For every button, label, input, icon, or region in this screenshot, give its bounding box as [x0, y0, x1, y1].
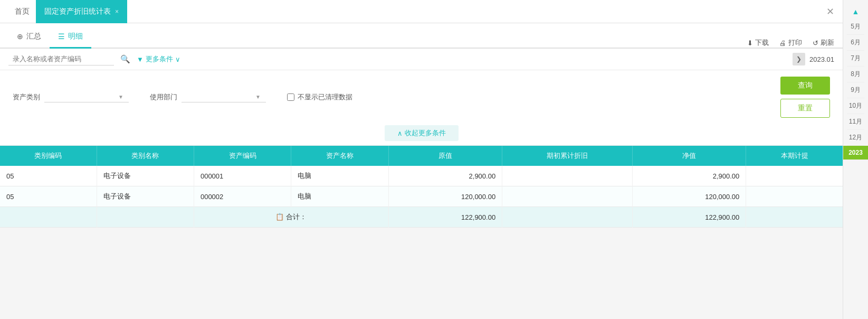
- total-net-value: 122,900.00: [632, 207, 746, 228]
- cell-original-value: 120,000.00: [388, 186, 502, 207]
- total-row: 📋合计： 122,900.00 122,900.00: [0, 207, 843, 228]
- date-label: 2023.01: [809, 55, 834, 63]
- refresh-button[interactable]: ↺ 刷新: [813, 38, 834, 48]
- reset-button[interactable]: 重置: [780, 99, 830, 118]
- hide-cleared-checkbox[interactable]: [287, 93, 294, 101]
- cell-accumulated-dep: [502, 186, 633, 207]
- chevron-down-icon: ∨: [175, 55, 180, 63]
- collapse-row: ∧ 收起更多条件: [13, 122, 830, 141]
- cell-category-code: 05: [0, 166, 97, 186]
- col-asset-code: 资产编码: [194, 146, 291, 166]
- action-buttons: 查询 重置: [780, 77, 830, 118]
- asset-type-field: 资产类别 ▼: [13, 92, 129, 102]
- asset-type-input[interactable]: [44, 92, 118, 102]
- data-table-wrap: 类别编码 类别名称 资产编码 资产名称 原值 期初累计折旧 净值 本期计提 05…: [0, 146, 843, 228]
- tab-title: 固定资产折旧统计表: [44, 7, 111, 16]
- refresh-label: 刷新: [821, 38, 834, 48]
- collapse-label: 收起更多条件: [405, 128, 446, 138]
- window-close-button[interactable]: ✕: [826, 6, 834, 17]
- dept-label: 使用部门: [150, 92, 177, 102]
- date-nav-prev[interactable]: ❯: [793, 53, 805, 65]
- download-icon: ⬇: [747, 39, 753, 47]
- hide-cleared-wrap: 不显示已清理数据: [287, 92, 352, 102]
- summary-label: 汇总: [26, 32, 41, 41]
- tab-detail[interactable]: ☰ 明细: [50, 25, 91, 49]
- year-label[interactable]: 2023: [843, 146, 868, 160]
- data-table: 类别编码 类别名称 资产编码 资产名称 原值 期初累计折旧 净值 本期计提 05…: [0, 146, 843, 228]
- search-input[interactable]: [8, 53, 114, 65]
- refresh-icon: ↺: [813, 39, 818, 47]
- print-label: 打印: [788, 38, 802, 48]
- search-row: 🔍 ▼ 更多条件 ∨ ❯ 2023.01: [0, 49, 843, 70]
- dept-field: 使用部门 ▼: [150, 92, 266, 102]
- table-row: 05 电子设备 000002 电脑 120,000.00 120,000.00: [0, 186, 843, 207]
- total-original-value: 122,900.00: [388, 207, 502, 228]
- month-item[interactable]: 9月: [847, 82, 864, 98]
- sub-tab-bar: ⊕ 汇总 ☰ 明细 ⬇ 下载 🖨 打印 ↺ 刷新: [0, 23, 843, 49]
- filter-label: 更多条件: [146, 54, 173, 64]
- home-nav-item[interactable]: 首页: [8, 7, 36, 16]
- collapse-icon: ∧: [397, 129, 403, 137]
- query-button[interactable]: 查询: [780, 77, 830, 95]
- col-current-dep: 本期计提: [746, 146, 843, 166]
- cell-current-dep: [746, 166, 843, 186]
- cell-original-value: 2,900.00: [388, 166, 502, 186]
- download-button[interactable]: ⬇ 下载: [747, 38, 769, 48]
- asset-type-label: 资产类别: [13, 92, 40, 102]
- month-item[interactable]: 10月: [847, 98, 864, 114]
- detail-label: 明细: [68, 32, 83, 41]
- dept-input[interactable]: [182, 92, 255, 102]
- asset-type-arrow-icon: ▼: [118, 94, 123, 100]
- total-label: 📋合计：: [194, 207, 388, 228]
- right-panel: ▲ 5月6月7月8月9月10月11月12月 2023: [843, 0, 868, 228]
- print-icon: 🖨: [779, 39, 786, 47]
- tab-close-icon[interactable]: ×: [115, 8, 119, 15]
- active-tab[interactable]: 固定资产折旧统计表 ×: [36, 0, 127, 23]
- search-icon[interactable]: 🔍: [120, 54, 130, 64]
- detail-icon: ☰: [58, 32, 65, 41]
- print-button[interactable]: 🖨 打印: [779, 38, 802, 48]
- col-category-code: 类别编码: [0, 146, 97, 166]
- hide-cleared-label: 不显示已清理数据: [298, 92, 352, 102]
- col-asset-name: 资产名称: [291, 146, 388, 166]
- col-net-value: 净值: [632, 146, 746, 166]
- total-accumulated-dep: [502, 207, 633, 228]
- col-category-name: 类别名称: [97, 146, 194, 166]
- dept-arrow-icon: ▼: [255, 94, 261, 100]
- cell-net-value: 2,900.00: [632, 166, 746, 186]
- cell-net-value: 120,000.00: [632, 186, 746, 207]
- month-item[interactable]: 7月: [847, 51, 864, 67]
- table-header-row: 类别编码 类别名称 资产编码 资产名称 原值 期初累计折旧 净值 本期计提: [0, 146, 843, 166]
- month-item[interactable]: 5月: [847, 19, 864, 35]
- table-row: 05 电子设备 000001 电脑 2,900.00 2,900.00: [0, 166, 843, 186]
- cell-asset-code: 000002: [194, 186, 291, 207]
- more-filter-button[interactable]: ▼ 更多条件 ∨: [137, 54, 180, 64]
- cell-category-name: 电子设备: [97, 186, 194, 207]
- scroll-up-button[interactable]: ▲: [843, 4, 868, 19]
- summary-icon: ⊕: [17, 32, 23, 41]
- cell-current-dep: [746, 186, 843, 207]
- col-original-value: 原值: [388, 146, 502, 166]
- dept-select[interactable]: ▼: [182, 92, 266, 102]
- cell-asset-code: 000001: [194, 166, 291, 186]
- month-item[interactable]: 8月: [847, 67, 864, 82]
- col-accumulated-dep: 期初累计折旧: [502, 146, 633, 166]
- asset-type-select[interactable]: ▼: [44, 92, 129, 102]
- cell-asset-name: 电脑: [291, 186, 388, 207]
- collapse-button[interactable]: ∧ 收起更多条件: [385, 125, 459, 141]
- cell-asset-name: 电脑: [291, 166, 388, 186]
- total-current-dep: [746, 207, 843, 228]
- top-nav: 首页 固定资产折旧统计表 × ✕: [0, 0, 843, 23]
- download-label: 下载: [755, 38, 769, 48]
- cell-category-name: 电子设备: [97, 166, 194, 186]
- month-item[interactable]: 6月: [847, 35, 864, 51]
- tab-summary[interactable]: ⊕ 汇总: [8, 25, 50, 49]
- cell-accumulated-dep: [502, 166, 633, 186]
- month-item[interactable]: 12月: [847, 130, 864, 146]
- month-item[interactable]: 11月: [847, 114, 864, 130]
- filter-icon: ▼: [137, 55, 144, 63]
- cell-category-code: 05: [0, 186, 97, 207]
- filter-area: 资产类别 ▼ 使用部门 ▼ 不显示已清理数据 查询 重置: [0, 70, 843, 146]
